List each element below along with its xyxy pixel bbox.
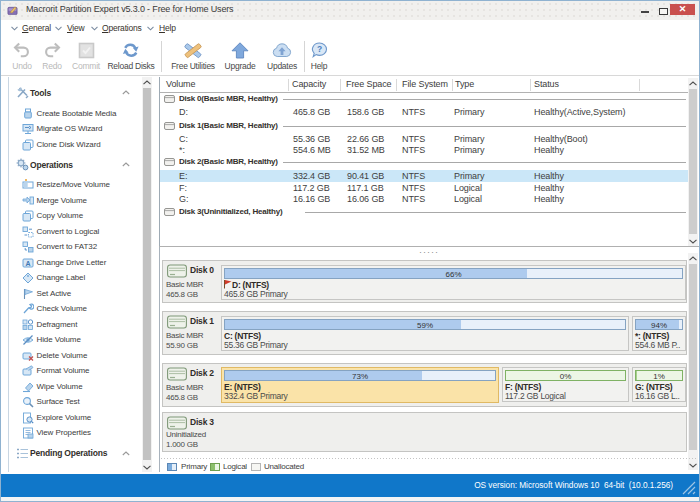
svg-text:?: ? [316, 44, 321, 54]
svg-text:A: A [25, 259, 30, 266]
